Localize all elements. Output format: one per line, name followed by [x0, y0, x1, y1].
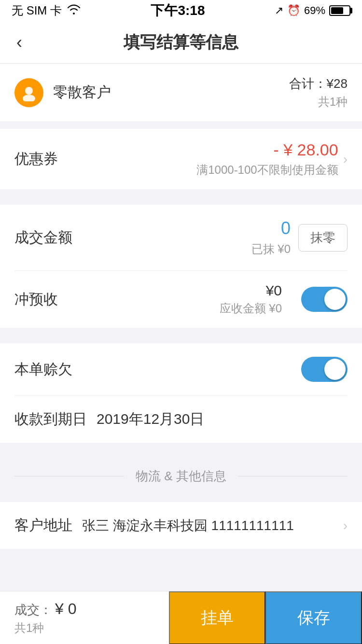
- customer-right: 合计：¥28 共1种: [289, 75, 348, 110]
- credit-card: 本单赊欠 收款到期日 2019年12月30日: [0, 343, 362, 443]
- section-divider-2: [0, 336, 362, 343]
- svg-point-1: [23, 95, 35, 101]
- wifi-icon: [67, 4, 81, 17]
- coupon-sub: 满1000-100不限制使用金额: [196, 162, 338, 178]
- duedate-value: 2019年12月30日: [97, 409, 204, 429]
- logistics-header-label: 物流 & 其他信息: [124, 468, 238, 485]
- bottom-info: 成交： ¥ 0 共1种: [0, 600, 169, 636]
- alarm-icon: ⏰: [287, 4, 300, 17]
- bottom-deal-amount: ¥ 0: [55, 600, 76, 618]
- status-bar: 无 SIM 卡 下午3:18 ↗ ⏰ 69%: [0, 0, 362, 21]
- prepay-toggle[interactable]: [301, 287, 348, 312]
- bottom-deal-row: 成交： ¥ 0: [14, 600, 154, 618]
- round-button[interactable]: 抹零: [298, 224, 348, 252]
- prepay-row: 冲预收 ¥0 应收金额 ¥0: [0, 271, 362, 328]
- content: 零散客户 合计：¥28 共1种 优惠券 - ¥ 28.00 满1000-100不…: [0, 64, 362, 615]
- header-line-right: [238, 476, 348, 476]
- credit-toggle-knob: [324, 359, 346, 380]
- coupon-right: - ¥ 28.00 满1000-100不限制使用金额 ›: [196, 140, 348, 178]
- prepay-values: ¥0 应收金额 ¥0: [220, 282, 282, 316]
- back-button[interactable]: ‹: [12, 28, 27, 57]
- address-label: 客户地址: [14, 516, 72, 535]
- status-time: 下午3:18: [151, 1, 205, 20]
- save-button[interactable]: 保存: [265, 591, 362, 644]
- bottom-bar: 成交： ¥ 0 共1种 挂单 保存: [0, 591, 362, 644]
- transaction-amount-wrap: 已抹 ¥0: [251, 218, 291, 257]
- customer-row: 零散客户 合计：¥28 共1种: [0, 64, 362, 121]
- location-icon: ↗: [275, 4, 283, 17]
- bottom-deal-label: 成交：: [14, 602, 52, 618]
- coupon-row[interactable]: 优惠券 - ¥ 28.00 满1000-100不限制使用金额 ›: [0, 129, 362, 189]
- page-title: 填写结算等信息: [124, 31, 238, 54]
- address-row[interactable]: 客户地址 张三 海淀永丰科技园 11111111111 ›: [0, 502, 362, 549]
- logistics-section-header: 物流 & 其他信息: [0, 458, 362, 494]
- bottom-deal-count: 共1种: [14, 620, 154, 636]
- transaction-sub: 已抹 ¥0: [251, 241, 291, 257]
- transaction-amount-input[interactable]: [252, 218, 291, 238]
- battery-icon: [329, 5, 350, 16]
- transaction-right: 已抹 ¥0 抹零: [251, 218, 348, 257]
- coupon-value: - ¥ 28.00: [196, 140, 338, 159]
- coupon-card: 优惠券 - ¥ 28.00 满1000-100不限制使用金额 ›: [0, 129, 362, 189]
- transaction-card: 成交金额 已抹 ¥0 抹零 冲预收 ¥0 应收金额 ¥0: [0, 205, 362, 328]
- section-divider-1: [0, 197, 362, 205]
- no-sim-text: 无 SIM 卡: [12, 3, 62, 18]
- total-count: 共1种: [289, 94, 348, 110]
- credit-toggle[interactable]: [301, 357, 348, 382]
- prepay-amount: ¥0: [220, 282, 282, 299]
- total-amount: 合计：¥28: [289, 75, 348, 92]
- transaction-label: 成交金额: [14, 228, 72, 248]
- address-value: 张三 海淀永丰科技园 11111111111: [82, 517, 343, 535]
- avatar: [14, 78, 43, 107]
- section-divider-4: [0, 494, 362, 502]
- credit-row: 本单赊欠: [0, 343, 362, 395]
- toggle-knob: [324, 289, 346, 310]
- prepay-sub: 应收金额 ¥0: [220, 301, 282, 316]
- duedate-row: 收款到期日 2019年12月30日: [0, 396, 362, 443]
- address-card: 客户地址 张三 海淀永丰科技园 11111111111 ›: [0, 502, 362, 549]
- customer-card: 零散客户 合计：¥28 共1种: [0, 64, 362, 121]
- customer-name: 零散客户: [53, 83, 111, 102]
- status-right: ↗ ⏰ 69%: [275, 4, 350, 17]
- header-line-left: [14, 476, 124, 476]
- duedate-label: 收款到期日: [14, 409, 87, 429]
- coupon-info: - ¥ 28.00 满1000-100不限制使用金额: [196, 140, 338, 178]
- transaction-row: 成交金额 已抹 ¥0 抹零: [0, 205, 362, 270]
- nav-bar: ‹ 填写结算等信息: [0, 21, 362, 64]
- hold-button[interactable]: 挂单: [169, 591, 265, 644]
- coupon-label: 优惠券: [14, 149, 58, 169]
- address-chevron-icon: ›: [343, 518, 348, 533]
- status-left: 无 SIM 卡: [12, 3, 81, 18]
- prepay-label: 冲预收: [14, 290, 58, 309]
- prepay-right: ¥0 应收金额 ¥0: [220, 282, 348, 316]
- section-divider-3: [0, 450, 362, 458]
- credit-label: 本单赊欠: [14, 360, 72, 379]
- chevron-right-icon: ›: [343, 152, 348, 167]
- svg-point-0: [25, 87, 33, 95]
- customer-left: 零散客户: [14, 78, 111, 107]
- battery-percent: 69%: [304, 4, 325, 17]
